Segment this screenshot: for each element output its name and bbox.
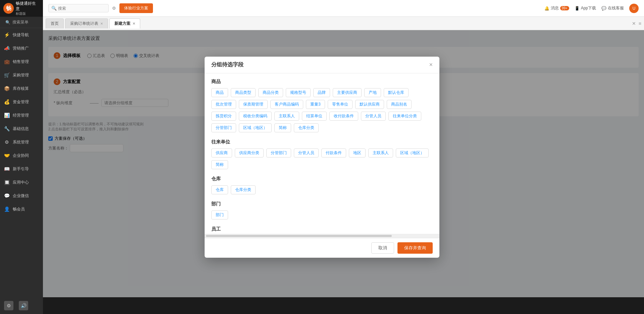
scrollbar-thumb: [206, 235, 392, 237]
notification-item[interactable]: 🔔 消息 99+: [544, 5, 569, 11]
basics-icon: 🔧: [3, 125, 10, 132]
field-tag[interactable]: 简称: [211, 160, 228, 169]
member-label: 畅会员: [13, 206, 40, 212]
sidebar-item-wechat[interactable]: 💬 企业微信: [0, 189, 43, 202]
wechat-icon: 💬: [3, 192, 10, 199]
field-tag[interactable]: 商品类型: [231, 88, 256, 97]
header-search-box[interactable]: 🔍: [48, 4, 109, 12]
online-support-item[interactable]: 💬 在线客服: [601, 5, 624, 11]
field-tag[interactable]: 区域（地区）: [396, 148, 429, 158]
sidebar-item-member[interactable]: 👤 畅会员: [0, 202, 43, 216]
sidebar-item-sales[interactable]: 💼 销售管理: [0, 55, 43, 68]
notification-badge: 99+: [560, 6, 569, 10]
modal-footer: 取消 保存并查询: [205, 238, 439, 258]
field-tag[interactable]: 分管人员: [361, 112, 386, 121]
sidebar-item-quick-nav[interactable]: ⚡ 快捷导航: [0, 28, 43, 42]
trial-button[interactable]: 体验行业方案: [119, 3, 153, 13]
sidebar-item-cooperation[interactable]: 🤝 企业协同: [0, 149, 43, 162]
tab-label-purchase-order: 采购订单统计表: [70, 21, 98, 26]
user-avatar[interactable]: U: [629, 4, 639, 13]
tab-close-purchase-order[interactable]: ✕: [100, 22, 103, 25]
settings-icon[interactable]: ⚙: [112, 6, 116, 11]
field-tag[interactable]: 规格型号: [286, 88, 311, 97]
field-tag[interactable]: 商品分类: [258, 88, 283, 97]
field-tag[interactable]: 仓库: [211, 185, 228, 194]
audio-bottom-icon[interactable]: 🔊: [19, 301, 28, 310]
field-tag[interactable]: 零售单位: [328, 100, 353, 109]
system-icon: ⚙: [3, 139, 10, 145]
field-tag[interactable]: 仓库分类: [231, 185, 256, 194]
settings-bottom-icon[interactable]: ⚙: [4, 301, 13, 310]
field-tag[interactable]: 商品: [211, 88, 228, 97]
field-tag[interactable]: 税收分类编码: [239, 112, 272, 121]
field-tag[interactable]: 供应商分类: [235, 148, 264, 158]
field-tag[interactable]: 默认供应商: [355, 100, 384, 109]
download-icon: 📱: [575, 6, 580, 11]
field-tag[interactable]: 分管部门: [211, 123, 236, 132]
sidebar-item-purchase[interactable]: 🛒 采购管理: [0, 68, 43, 82]
field-tag[interactable]: 收付款条件: [329, 112, 358, 121]
search-icon: 🔍: [51, 6, 57, 11]
inventory-label: 库存核算: [13, 86, 40, 91]
field-tag[interactable]: 客户商品编码: [270, 100, 303, 109]
tab-bar-close[interactable]: ✕: [632, 21, 636, 26]
modal-confirm-button[interactable]: 保存并查询: [397, 242, 433, 254]
avatar: U: [629, 4, 639, 13]
system-label: 系统管理: [13, 139, 40, 145]
tab-purchase-order[interactable]: 采购订单统计表✕: [65, 18, 108, 28]
field-tag[interactable]: 付款条件: [321, 148, 346, 158]
field-group-counterparty: 往来单位供应商供应商分类分管部门分管人员付款条件地区主联系人区域（地区）简称: [211, 139, 433, 169]
field-tags-product: 商品商品类型商品分类规格型号品牌主要供应商产地默认仓库批次管理保质期管理客户商品…: [211, 88, 433, 132]
sidebar-item-guide[interactable]: 📖 新手引导: [0, 162, 43, 176]
field-tag[interactable]: 部门: [211, 210, 228, 219]
field-group-department: 部门部门: [211, 201, 433, 219]
modal-horizontal-scrollbar[interactable]: [205, 234, 439, 238]
sidebar-item-inventory[interactable]: 📦 库存核算: [0, 82, 43, 95]
modal-body: 商品商品商品类型商品分类规格型号品牌主要供应商产地默认仓库批次管理保质期管理客户…: [205, 73, 439, 234]
field-tags-warehouse: 仓库仓库分类: [211, 185, 433, 194]
field-tag[interactable]: 主联系人: [368, 148, 393, 158]
field-tag[interactable]: 默认仓库: [384, 88, 409, 97]
field-tag[interactable]: 品牌: [313, 88, 330, 97]
sales-icon: 💼: [3, 58, 10, 65]
field-tag[interactable]: 主要供应商: [333, 88, 362, 97]
search-input[interactable]: [58, 6, 98, 11]
tab-bar-expand[interactable]: ≡: [639, 21, 641, 26]
sidebar-item-marketing[interactable]: 📣 营销推广: [0, 42, 43, 55]
sidebar-item-basics[interactable]: 🔧 基础信息: [0, 122, 43, 135]
field-group-title-product: 商品: [211, 79, 433, 85]
field-tag[interactable]: 分管部门: [266, 148, 291, 158]
field-tag[interactable]: 简称: [274, 123, 291, 132]
modal-header: 分组待选字段 ×: [205, 57, 439, 73]
field-tag[interactable]: 主联系人: [274, 112, 299, 121]
sidebar-search[interactable]: 🔍 搜索菜单: [0, 17, 43, 28]
field-tag[interactable]: 仓库分类: [294, 123, 319, 132]
sidebar-item-apps[interactable]: 🔲 应用中心: [0, 176, 43, 189]
field-tag[interactable]: 产地: [364, 88, 381, 97]
tab-new-plan[interactable]: 新建方案✕: [109, 18, 140, 28]
sales-label: 销售管理: [13, 59, 40, 65]
finance-label: 资金管理: [13, 99, 40, 105]
field-tag[interactable]: 重量3: [306, 100, 325, 109]
field-tag[interactable]: 供应商: [211, 148, 232, 158]
field-tag[interactable]: 区域（地区）: [239, 123, 272, 132]
field-group-employee: 员工业务员: [211, 226, 433, 234]
field-tag[interactable]: 结算单位: [302, 112, 327, 121]
field-tag[interactable]: 批次管理: [211, 100, 236, 109]
sidebar-item-operations[interactable]: 📊 经营管理: [0, 109, 43, 122]
field-tag[interactable]: 拣货积分: [211, 112, 236, 121]
modal-cancel-button[interactable]: 取消: [371, 242, 394, 254]
field-tag[interactable]: 商品别名: [387, 100, 412, 109]
field-tag[interactable]: 保质期管理: [239, 100, 268, 109]
field-tag[interactable]: 往来单位分类: [388, 112, 421, 121]
modal-close-button[interactable]: ×: [429, 61, 433, 68]
sidebar-item-system[interactable]: ⚙ 系统管理: [0, 135, 43, 149]
header-left: 🔍 ⚙ 体验行业方案: [48, 3, 153, 13]
field-tag[interactable]: 分管人员: [294, 148, 319, 158]
tab-close-new-plan[interactable]: ✕: [132, 22, 135, 25]
field-tags-department: 部门: [211, 210, 433, 219]
field-tag[interactable]: 地区: [349, 148, 366, 158]
tab-home[interactable]: 首页: [46, 18, 64, 28]
app-download-item[interactable]: 📱 App下载: [575, 5, 596, 11]
sidebar-item-finance[interactable]: 💰 资金管理: [0, 95, 43, 109]
